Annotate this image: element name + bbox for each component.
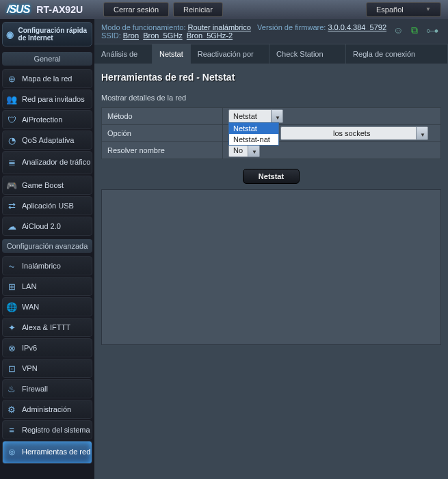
gauge-icon: ◔ — [5, 134, 18, 146]
nav-label: Registro del sistema — [22, 426, 90, 434]
fw-label: Versión de firmware: — [257, 23, 326, 31]
nav-guest-network[interactable]: 👥Red para invitados — [2, 90, 92, 109]
output-textarea[interactable] — [101, 189, 441, 345]
nav-aicloud[interactable]: ☁AiCloud 2.0 — [2, 217, 92, 236]
fire-icon: ♨ — [5, 383, 18, 395]
tab-netstat[interactable]: Netstat — [153, 44, 191, 64]
vpn-icon: ⊡ — [5, 362, 18, 374]
nav-label: IPv6 — [22, 344, 37, 352]
nav-label: Game Boost — [22, 181, 64, 189]
nav-wan[interactable]: 🌐WAN — [2, 297, 92, 316]
shield-icon: 🛡 — [5, 113, 18, 126]
tab-bar: Análisis de red Netstat Reactivación por… — [94, 44, 448, 64]
mode-label: Modo de funcionamiento: — [101, 23, 186, 31]
nav-label: Administración — [22, 405, 71, 413]
logout-button[interactable]: Cerrar sesión — [103, 2, 169, 17]
language-label: Español — [376, 3, 404, 16]
nav-network-tools[interactable]: ⊚Herramientas de red — [2, 441, 92, 464]
nav-admin[interactable]: ⚙Administración — [2, 400, 92, 419]
section-advanced: Configuración avanzada — [2, 239, 92, 253]
nav-label: Firewall — [22, 385, 48, 393]
gamepad-icon: 🎮 — [5, 179, 18, 191]
reboot-button[interactable]: Reiniciar — [173, 2, 223, 17]
nav-network-map[interactable]: ⊕Mapa de la red — [2, 69, 92, 88]
model-name: RT-AX92U — [36, 4, 83, 15]
gear-icon: ⚙ — [5, 403, 18, 415]
ssid3-link[interactable]: Bron_5GHz-2 — [187, 31, 233, 40]
quick-setup-button[interactable]: ◉ Configuración rápida de Internet — [2, 22, 92, 46]
nav-label: Aplicación USB — [22, 202, 74, 210]
nav-label: QoS Adaptativa — [22, 136, 74, 144]
nav-label: Analizador de tráfico — [22, 158, 90, 167]
method-option-netstat[interactable]: Netstat — [229, 123, 278, 134]
nav-firewall[interactable]: ♨Firewall — [2, 379, 92, 398]
run-netstat-button[interactable]: Netstat — [243, 169, 300, 184]
method-dropdown: Netstat Netstat-nat — [228, 122, 279, 146]
nav-label: Alexa & IFTTT — [22, 323, 70, 331]
page-subtitle: Mostrar detalles de la red — [101, 94, 441, 102]
nav-wireless[interactable]: ⏦Inalámbrico — [2, 256, 92, 275]
log-icon: ≡ — [5, 424, 18, 436]
nav-label: Inalámbrico — [22, 262, 61, 270]
ipv6-icon: ⊗ — [5, 342, 18, 354]
nav-label: VPN — [22, 364, 38, 372]
globe-icon: ◉ — [5, 28, 14, 40]
nav-qos[interactable]: ◔QoS Adaptativa — [2, 131, 92, 150]
tab-analysis[interactable]: Análisis de red — [94, 44, 153, 64]
sidebar: ◉ Configuración rápida de Internet Gener… — [0, 19, 94, 479]
tab-smart-connect[interactable]: Regla de conexión inteligente — [346, 44, 448, 64]
resolve-value: No — [233, 146, 243, 154]
tab-wol[interactable]: Reactivación por LAN — [191, 44, 269, 64]
nav-label: Red para invitados — [22, 95, 85, 103]
guest-icon: 👥 — [5, 93, 18, 105]
usb-icon: ⇄ — [5, 200, 18, 212]
label-resolve: Resolver nombre — [102, 142, 223, 159]
nav-vpn[interactable]: ⊡VPN — [2, 359, 92, 378]
map-icon: ⊕ — [5, 72, 18, 85]
method-value: Netstat — [233, 112, 257, 120]
nav-label: AiProtection — [22, 115, 62, 124]
method-option-netstat-nat[interactable]: Netstat-nat — [229, 134, 278, 145]
section-general: General — [2, 52, 92, 66]
nav-label: AiCloud 2.0 — [22, 222, 61, 230]
ssid-label: SSID: — [101, 31, 121, 40]
mode-value-link[interactable]: Router inalámbrico — [188, 23, 251, 31]
alexa-icon: ✦ — [5, 321, 18, 333]
chart-icon: ≣ — [5, 156, 18, 169]
brand-logo: /SUS — [0, 3, 36, 16]
link-icon: ⧉ — [411, 25, 421, 36]
nav-label: Mapa de la red — [22, 74, 72, 83]
fw-value-link[interactable]: 3.0.0.4.384_5792 — [328, 23, 386, 31]
cloud-icon: ☁ — [5, 220, 18, 232]
nav-lan[interactable]: ⊞LAN — [2, 277, 92, 296]
resolve-select[interactable]: No — [228, 143, 260, 157]
option-value: los sockets — [285, 129, 370, 137]
lan-icon: ⊞ — [5, 280, 18, 292]
option-select[interactable]: los sockets — [280, 126, 428, 140]
ssid2-link[interactable]: Bron_5GHz — [143, 31, 182, 40]
nav-aiprotection[interactable]: 🛡AiProtection — [2, 110, 92, 129]
nav-label: Herramientas de red — [22, 448, 90, 456]
tab-station-status[interactable]: Check Station Status — [269, 44, 346, 64]
settings-table: Método Netstat Netstat Netstat-nat Opció… — [101, 107, 441, 159]
nav-traffic[interactable]: ≣Analizador de tráfico — [2, 151, 92, 174]
wifi-icon: ⏦ — [5, 260, 18, 272]
status-icons: ☺ ⧉ ⊶ — [393, 25, 441, 36]
tools-icon: ⊚ — [5, 446, 18, 459]
quick-setup-label: Configuración rápida de Internet — [18, 27, 92, 42]
page-title: Herramientas de red - Netstat — [101, 72, 441, 83]
label-method: Método — [102, 108, 223, 125]
nav-game-boost[interactable]: 🎮Game Boost — [2, 176, 92, 195]
wan-icon: 🌐 — [5, 301, 18, 313]
nav-ipv6[interactable]: ⊗IPv6 — [2, 338, 92, 357]
nav-syslog[interactable]: ≡Registro del sistema — [2, 420, 92, 439]
nav-label: LAN — [22, 282, 36, 290]
info-bar: Modo de funcionamiento: Router inalámbri… — [94, 19, 448, 44]
label-option: Opción — [102, 125, 223, 142]
ssid1-link[interactable]: Bron — [123, 31, 139, 40]
nav-usb-app[interactable]: ⇄Aplicación USB — [2, 196, 92, 215]
nav-alexa[interactable]: ✦Alexa & IFTTT — [2, 318, 92, 337]
method-select[interactable]: Netstat — [228, 109, 283, 123]
language-selector[interactable]: Español — [366, 2, 441, 17]
nav-label: WAN — [22, 303, 39, 311]
